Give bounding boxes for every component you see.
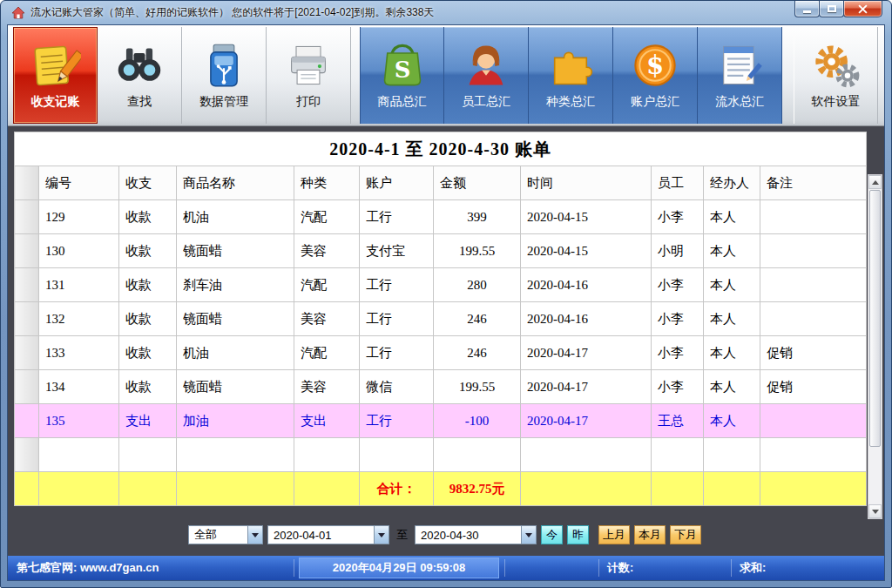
cell-product[interactable]: 刹车油 bbox=[177, 268, 294, 302]
cell-note[interactable]: 促销 bbox=[760, 370, 867, 404]
cell-employee[interactable]: 小明 bbox=[652, 234, 704, 268]
cell-handler[interactable]: 本人 bbox=[704, 404, 760, 438]
cell-employee[interactable]: 小李 bbox=[652, 302, 704, 336]
minimize-button[interactable] bbox=[794, 1, 820, 17]
date-to-picker[interactable]: 2020-04-30 bbox=[415, 525, 537, 544]
cell-handler[interactable]: 本人 bbox=[704, 336, 760, 370]
cell-in-out[interactable]: 支出 bbox=[119, 404, 177, 438]
cell-time[interactable]: 2020-04-17 bbox=[521, 336, 652, 370]
prev-month-button[interactable]: 上月 bbox=[598, 525, 630, 544]
toolbar-button-accounts-summary[interactable]: $ 账户总汇 bbox=[613, 27, 698, 124]
cell-category[interactable]: 美容 bbox=[294, 302, 360, 336]
cell-category[interactable]: 美容 bbox=[294, 370, 360, 404]
row-header-cell[interactable] bbox=[15, 268, 39, 302]
cell-note[interactable] bbox=[760, 268, 867, 302]
cell-employee[interactable]: 小李 bbox=[652, 336, 704, 370]
cell-time[interactable]: 2020-04-16 bbox=[521, 268, 652, 302]
cell-product[interactable]: 镜面蜡 bbox=[177, 370, 294, 404]
cell-note[interactable] bbox=[760, 302, 867, 336]
cell-in-out[interactable]: 收款 bbox=[119, 336, 177, 370]
cell-amount[interactable]: 399 bbox=[434, 200, 521, 234]
cell-time[interactable]: 2020-04-17 bbox=[521, 404, 652, 438]
next-month-button[interactable]: 下月 bbox=[670, 525, 701, 544]
close-button[interactable] bbox=[843, 1, 882, 17]
scroll-down-button[interactable] bbox=[868, 504, 882, 518]
cell-note[interactable] bbox=[760, 404, 867, 438]
cell-id[interactable]: 131 bbox=[39, 268, 119, 302]
cell-in-out[interactable]: 收款 bbox=[119, 302, 177, 336]
cell-amount[interactable]: 199.55 bbox=[434, 234, 521, 268]
cell-time[interactable]: 2020-04-17 bbox=[521, 370, 652, 404]
scroll-up-button[interactable] bbox=[868, 175, 882, 189]
cell-category[interactable]: 汽配 bbox=[294, 268, 360, 302]
cell-amount[interactable]: 246 bbox=[434, 302, 521, 336]
cell-employee[interactable]: 王总 bbox=[652, 404, 704, 438]
today-button[interactable]: 今 bbox=[541, 525, 563, 544]
cell-note[interactable] bbox=[760, 234, 867, 268]
toolbar-button-settings[interactable]: 软件设置 bbox=[794, 27, 878, 124]
cell-employee[interactable]: 小李 bbox=[652, 268, 704, 302]
cell-category[interactable]: 美容 bbox=[294, 234, 360, 268]
row-header-cell[interactable] bbox=[15, 336, 39, 370]
cell-category[interactable]: 汽配 bbox=[294, 200, 360, 234]
row-header-cell[interactable] bbox=[15, 370, 39, 404]
toolbar-button-bookkeeping[interactable]: 收支记账 bbox=[13, 27, 98, 124]
cell-note[interactable]: 促销 bbox=[760, 336, 867, 370]
cell-handler[interactable]: 本人 bbox=[704, 370, 760, 404]
toolbar-button-search[interactable]: 查找 bbox=[98, 27, 182, 124]
date-from-picker[interactable]: 2020-04-01 bbox=[267, 525, 389, 544]
cell-handler[interactable]: 本人 bbox=[704, 200, 760, 234]
cell-time[interactable]: 2020-04-16 bbox=[521, 302, 652, 336]
cell-product[interactable]: 加油 bbox=[177, 404, 294, 438]
cell-id[interactable]: 134 bbox=[39, 370, 119, 404]
toolbar-button-data-management[interactable]: 数据管理 bbox=[182, 27, 267, 124]
cell-time[interactable]: 2020-04-15 bbox=[521, 234, 652, 268]
row-header-cell[interactable] bbox=[15, 302, 39, 336]
row-header-cell[interactable] bbox=[15, 200, 39, 234]
vertical-scrollbar[interactable] bbox=[868, 174, 882, 519]
cell-note[interactable] bbox=[760, 200, 867, 234]
toolbar-button-transactions-summary[interactable]: 流水总汇 bbox=[698, 27, 782, 124]
row-header-cell[interactable] bbox=[15, 404, 39, 438]
table-row-133[interactable]: 133 收款 机油 汽配 工行 246 2020-04-17 小李 本人 促销 bbox=[15, 336, 867, 370]
cell-amount[interactable]: -100 bbox=[434, 404, 521, 438]
maximize-button[interactable] bbox=[819, 1, 844, 17]
table-row-135-expense[interactable]: 135 支出 加油 支出 工行 -100 2020-04-17 王总 本人 bbox=[15, 404, 867, 438]
cell-amount[interactable]: 246 bbox=[434, 336, 521, 370]
cell-account[interactable]: 工行 bbox=[360, 268, 434, 302]
cell-id[interactable]: 130 bbox=[39, 234, 119, 268]
cell-in-out[interactable]: 收款 bbox=[119, 200, 177, 234]
table-row-131[interactable]: 131 收款 刹车油 汽配 工行 280 2020-04-16 小李 本人 bbox=[15, 268, 867, 302]
cell-product[interactable]: 机油 bbox=[177, 200, 294, 234]
toolbar-button-categories-summary[interactable]: 种类总汇 bbox=[529, 27, 613, 124]
category-select[interactable]: 全部 bbox=[188, 525, 263, 544]
table-row-129[interactable]: 129 收款 机油 汽配 工行 399 2020-04-15 小李 本人 bbox=[15, 200, 867, 234]
table-row-132[interactable]: 132 收款 镜面蜡 美容 工行 246 2020-04-16 小李 本人 bbox=[15, 302, 867, 336]
cell-amount[interactable]: 280 bbox=[434, 268, 521, 302]
cell-employee[interactable]: 小李 bbox=[652, 370, 704, 404]
cell-account[interactable]: 支付宝 bbox=[360, 234, 434, 268]
cell-amount[interactable]: 199.55 bbox=[434, 370, 521, 404]
cell-product[interactable]: 镜面蜡 bbox=[177, 234, 294, 268]
cell-handler[interactable]: 本人 bbox=[704, 268, 760, 302]
row-header-cell[interactable] bbox=[15, 234, 39, 268]
toolbar-button-products-summary[interactable]: S 商品总汇 bbox=[360, 27, 444, 124]
cell-employee[interactable]: 小李 bbox=[652, 200, 704, 234]
cell-product[interactable]: 机油 bbox=[177, 336, 294, 370]
scrollbar-thumb[interactable] bbox=[869, 190, 881, 447]
cell-handler[interactable]: 本人 bbox=[704, 302, 760, 336]
this-month-button[interactable]: 本月 bbox=[634, 525, 666, 544]
toolbar-button-print[interactable]: 打印 bbox=[267, 27, 351, 124]
cell-id[interactable]: 135 bbox=[39, 404, 119, 438]
cell-time[interactable]: 2020-04-15 bbox=[521, 200, 652, 234]
cell-account[interactable]: 工行 bbox=[360, 200, 434, 234]
cell-account[interactable]: 工行 bbox=[360, 302, 434, 336]
table-row-130[interactable]: 130 收款 镜面蜡 美容 支付宝 199.55 2020-04-15 小明 本… bbox=[15, 234, 867, 268]
cell-in-out[interactable]: 收款 bbox=[119, 370, 177, 404]
cell-id[interactable]: 129 bbox=[39, 200, 119, 234]
yesterday-button[interactable]: 昨 bbox=[567, 525, 589, 544]
cell-in-out[interactable]: 收款 bbox=[119, 234, 177, 268]
cell-category[interactable]: 支出 bbox=[294, 404, 360, 438]
cell-in-out[interactable]: 收款 bbox=[119, 268, 177, 302]
toolbar-button-employees-summary[interactable]: 员工总汇 bbox=[444, 27, 529, 124]
